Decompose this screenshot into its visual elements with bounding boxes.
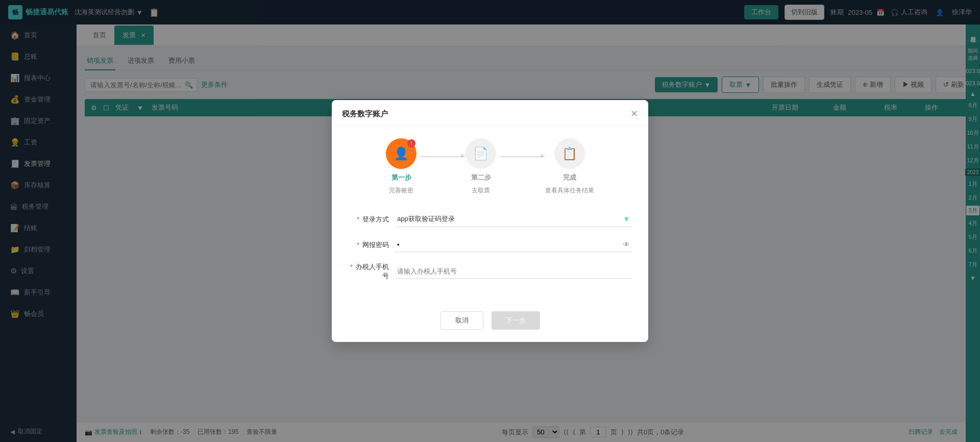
step-1-icon: 👤 ! (386, 138, 416, 169)
login-method-value: app获取验证码登录 (397, 214, 623, 224)
modal-close-btn[interactable]: ✕ (630, 108, 638, 119)
step-3-icon: 📋 (554, 138, 585, 169)
step-3-label: 完成 (563, 173, 576, 182)
step-1-badge: ! (407, 139, 415, 148)
password-toggle-eye-icon[interactable]: 👁 (623, 240, 630, 249)
step-1: 👤 ! 第一步 完善账密 (386, 138, 416, 195)
form-row-password: * 网报密码 👁 (348, 237, 632, 252)
step-1-label: 第一步 (391, 173, 411, 182)
modal-overlay: 税务数字账户 ✕ 👤 ! 第一步 完善账密 (0, 0, 980, 442)
step-3: 📋 完成 查看具体任务结果 (545, 138, 594, 195)
steps-indicator: 👤 ! 第一步 完善账密 📄 第二步 去取票 (348, 138, 632, 195)
form-row-phone: * 办税人手机号 (348, 262, 632, 281)
form-row-login-method: * 登录方式 app获取验证码登录 ▼ (348, 211, 632, 227)
modal-form: * 登录方式 app获取验证码登录 ▼ * 网报密码 (348, 211, 632, 281)
step-2-label: 第二步 (471, 173, 491, 182)
step-arrow-2 (500, 156, 541, 157)
password-label: * 网报密码 (348, 240, 389, 250)
step-1-desc: 完善账密 (389, 186, 413, 195)
login-method-req: * (357, 215, 359, 223)
modal-footer: 取消 下一步 (332, 303, 648, 342)
password-wrapper: 👁 (395, 237, 632, 252)
modal-body: 👤 ! 第一步 完善账密 📄 第二步 去取票 (332, 126, 648, 303)
step-2: 📄 第二步 去取票 (465, 138, 496, 195)
step-3-desc: 查看具体任务结果 (545, 186, 594, 195)
password-input[interactable] (397, 241, 623, 249)
login-method-dropdown-icon[interactable]: ▼ (623, 215, 630, 223)
step-2-desc: 去取票 (472, 186, 490, 195)
cancel-button[interactable]: 取消 (440, 311, 483, 330)
phone-input[interactable] (395, 264, 632, 279)
step-2-icon: 📄 (465, 138, 496, 169)
phone-req: * (350, 263, 353, 271)
step-1-icon-symbol: 👤 (394, 146, 409, 161)
next-step-button[interactable]: 下一步 (492, 311, 540, 330)
password-req: * (357, 241, 359, 249)
modal-title: 税务数字账户 (342, 109, 388, 119)
modal-dialog: 税务数字账户 ✕ 👤 ! 第一步 完善账密 (332, 100, 648, 342)
step-3-icon-symbol: 📋 (562, 146, 577, 161)
modal-header: 税务数字账户 ✕ (332, 100, 648, 126)
login-method-select[interactable]: app获取验证码登录 ▼ (395, 211, 632, 227)
step-2-icon-symbol: 📄 (473, 146, 488, 161)
login-method-label: * 登录方式 (348, 215, 389, 224)
phone-label: * 办税人手机号 (348, 262, 389, 281)
step-arrow-1 (421, 156, 461, 157)
